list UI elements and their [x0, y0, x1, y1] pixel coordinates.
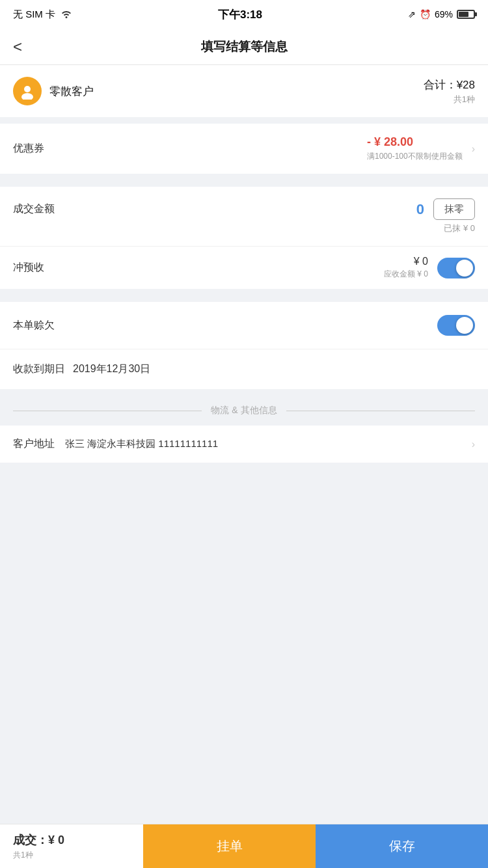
amount-right: 0 抹零 [416, 198, 475, 220]
status-right: ⇗ ⏰ 69% [408, 9, 475, 20]
transaction-section: 成交金额 0 抹零 已抹 ¥ 0 冲预收 ¥ 0 应收金额 ¥ 0 [0, 187, 488, 289]
prepay-label: 冲预收 [13, 261, 44, 275]
bottom-deal-text: 成交：¥ 0 [13, 832, 130, 848]
status-left: 无 SIM 卡 [13, 8, 72, 21]
amount-value[interactable]: 0 [416, 201, 424, 218]
coupon-discount: - ¥ 28.00 [367, 135, 463, 149]
prepay-right: ¥ 0 应收金额 ¥ 0 [384, 256, 475, 280]
customer-avatar [13, 77, 42, 105]
nav-bar: < 填写结算等信息 [0, 29, 488, 65]
pending-button[interactable]: 挂单 [143, 824, 316, 868]
amount-sub: 已抹 ¥ 0 [13, 223, 475, 234]
battery-icon [457, 10, 475, 19]
bottom-bar: 成交：¥ 0 共1种 挂单 保存 [0, 824, 488, 868]
location-icon: ⇗ [408, 9, 416, 20]
coupon-right: - ¥ 28.00 满1000-100不限制使用金额 › [367, 135, 475, 162]
debit-toggle[interactable] [437, 315, 475, 336]
customer-name: 零散客户 [49, 84, 94, 99]
content: 零散客户 合计：¥28 共1种 优惠券 - ¥ 28.00 满1000-100不… [0, 65, 488, 586]
alarm-icon: ⏰ [420, 9, 431, 20]
amount-top: 成交金额 0 抹零 [13, 198, 475, 220]
page-title: 填写结算等信息 [201, 38, 288, 55]
debit-section: 本单赊欠 收款到期日 2019年12月30日 [0, 302, 488, 389]
svg-point-1 [21, 93, 33, 100]
bottom-count: 共1种 [13, 850, 130, 861]
total-count: 共1种 [424, 94, 475, 105]
address-section: 客户地址 张三 海淀永丰科技园 11111111111 › [0, 426, 488, 463]
total-amount: 合计：¥28 [424, 77, 475, 92]
divider-line-left [13, 411, 202, 411]
svg-point-0 [24, 86, 31, 92]
divider-1 [0, 180, 488, 187]
prepay-toggle[interactable] [437, 258, 475, 278]
prepay-amount: ¥ 0 [384, 256, 428, 267]
divider-2 [0, 295, 488, 302]
logistics-text: 物流 & 其他信息 [211, 405, 277, 416]
divider-line-right [286, 411, 475, 411]
address-row[interactable]: 客户地址 张三 海淀永丰科技园 11111111111 › [0, 426, 488, 463]
address-value: 张三 海淀永丰科技园 11111111111 [65, 438, 461, 450]
customer-total-right: 合计：¥28 共1种 [424, 77, 475, 105]
debit-row: 本单赊欠 [0, 302, 488, 349]
wifi-icon [61, 9, 72, 20]
status-bar: 无 SIM 卡 下午3:18 ⇗ ⏰ 69% [0, 0, 488, 29]
coupon-section: 优惠券 - ¥ 28.00 满1000-100不限制使用金额 › [0, 124, 488, 174]
prepay-toggle-knob [456, 260, 473, 277]
coupon-label: 优惠券 [13, 142, 44, 156]
due-date[interactable]: 2019年12月30日 [73, 362, 150, 376]
coupon-values: - ¥ 28.00 满1000-100不限制使用金额 [367, 135, 463, 162]
save-button[interactable]: 保存 [316, 824, 488, 868]
customer-row: 零散客户 合计：¥28 共1种 [0, 65, 488, 117]
prepay-sub: 应收金额 ¥ 0 [384, 269, 428, 280]
amount-label: 成交金额 [13, 202, 55, 216]
battery-percent: 69% [435, 9, 453, 20]
coupon-row[interactable]: 优惠券 - ¥ 28.00 满1000-100不限制使用金额 › [0, 124, 488, 174]
bottom-deal-label: 成交： [13, 834, 48, 847]
prepay-values: ¥ 0 应收金额 ¥ 0 [384, 256, 428, 280]
debit-label: 本单赊欠 [13, 319, 55, 332]
address-label: 客户地址 [13, 437, 55, 451]
prepay-row: 冲预收 ¥ 0 应收金额 ¥ 0 [0, 247, 488, 289]
round-button[interactable]: 抹零 [433, 198, 475, 220]
status-time: 下午3:18 [218, 7, 262, 22]
customer-left: 零散客户 [13, 77, 94, 105]
due-row: 收款到期日 2019年12月30日 [0, 349, 488, 389]
coupon-sub: 满1000-100不限制使用金额 [367, 151, 463, 162]
bottom-left: 成交：¥ 0 共1种 [0, 824, 143, 868]
back-button[interactable]: < [13, 38, 22, 56]
carrier-text: 无 SIM 卡 [13, 8, 55, 21]
customer-section: 零散客户 合计：¥28 共1种 [0, 65, 488, 117]
coupon-chevron: › [472, 143, 475, 155]
bottom-deal-amount: ¥ 0 [48, 834, 64, 847]
amount-row: 成交金额 0 抹零 已抹 ¥ 0 [0, 187, 488, 247]
due-label: 收款到期日 [13, 362, 65, 376]
debit-toggle-knob [456, 317, 473, 334]
empty-area [0, 469, 488, 586]
logistics-divider: 物流 & 其他信息 [0, 396, 488, 426]
address-chevron: › [472, 439, 475, 450]
